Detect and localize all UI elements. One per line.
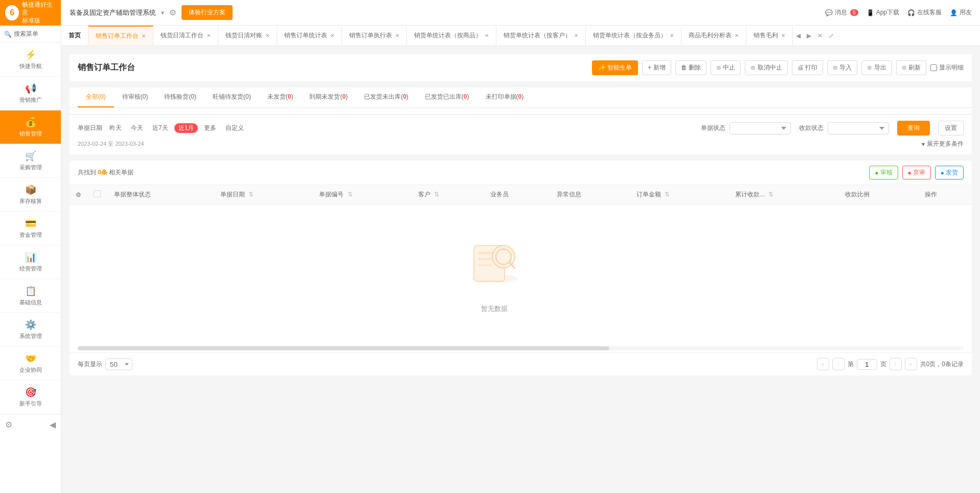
select-all-checkbox[interactable]: [94, 190, 101, 197]
tab-home[interactable]: 首页: [61, 26, 88, 45]
sub-tab-shipped-out[interactable]: 已发货已出库(0): [417, 87, 477, 107]
sub-tab-shipped-not-out[interactable]: 已发货未出库(0): [356, 87, 417, 107]
sub-tab-pending-review[interactable]: 待审核(0): [114, 87, 156, 107]
tab-close-sales-stats[interactable]: ✕: [330, 33, 334, 38]
col-payment-ratio[interactable]: 收款比例: [839, 185, 919, 205]
sub-tab-not-shipped[interactable]: 未发货(0): [259, 87, 302, 107]
sidebar-search[interactable]: 🔍 搜索菜单: [0, 26, 61, 43]
col-checkbox[interactable]: [87, 185, 108, 205]
batch-ship-button[interactable]: ● 发货: [935, 166, 964, 180]
tab-close-sales-workbench[interactable]: ✕: [142, 33, 146, 39]
tab-sales-stats-staff[interactable]: 销货单统计表（按业务员） ✕: [586, 26, 681, 45]
tab-sales-stats-product[interactable]: 销货单统计表（按商品） ✕: [407, 26, 496, 45]
tab-close-stats-product[interactable]: ✕: [485, 33, 489, 38]
sidebar-item-enterprise[interactable]: 🤝 企业协同: [0, 347, 61, 380]
tab-close-stats-staff[interactable]: ✕: [670, 33, 674, 38]
col-doc-no[interactable]: 单据编号 ⇅: [313, 185, 412, 205]
print-button[interactable]: 🖨 打印: [792, 60, 823, 75]
sub-tab-not-printed[interactable]: 未打印单据(0): [477, 87, 532, 107]
expand-conditions[interactable]: ▾ 展开更多条件: [922, 140, 964, 148]
tab-close-cash-reconcile[interactable]: ✕: [265, 33, 269, 38]
sub-tab-wangpu[interactable]: 旺铺待发货(0): [204, 87, 259, 107]
scrollbar-thumb[interactable]: [78, 346, 609, 350]
new-button[interactable]: + 新增: [642, 60, 671, 75]
sidebar-item-system[interactable]: ⚙️ 系统管理: [0, 313, 61, 347]
batch-audit-button[interactable]: ● 审核: [869, 166, 898, 180]
tab-sales-gross[interactable]: 销售毛利 ✕: [746, 26, 793, 45]
status-select[interactable]: [730, 122, 791, 135]
tab-nav-prev[interactable]: ◀: [793, 28, 804, 43]
payment-select[interactable]: [828, 122, 889, 135]
show-detail-label[interactable]: 显示明细: [930, 63, 964, 72]
sidebar-item-finance[interactable]: 💳 资金管理: [0, 212, 61, 245]
date-opt-month[interactable]: 近1月: [174, 123, 198, 133]
tab-close-gross-profit[interactable]: ✕: [735, 33, 739, 38]
tab-cash-reconcile[interactable]: 钱货日清对账 ✕: [218, 26, 277, 45]
tab-close-cash-daily[interactable]: ✕: [207, 33, 211, 38]
settings-icon[interactable]: ⚙: [5, 420, 12, 430]
app-download-item[interactable]: 📱 App下载: [867, 8, 899, 17]
col-settings[interactable]: ⚙: [70, 185, 87, 205]
sidebar-item-operations[interactable]: 📊 经营管理: [0, 245, 61, 279]
page-number-input[interactable]: [857, 359, 877, 370]
sub-tab-pending-inspect[interactable]: 待拣验货(0): [156, 87, 204, 107]
cancel-stop-button[interactable]: ⊙ 取消中止: [745, 60, 787, 75]
batch-anti-audit-button[interactable]: ● 弃审: [902, 166, 931, 180]
tab-sales-exec[interactable]: 销售订单执行表 ✕: [342, 26, 407, 45]
sidebar-item-nav[interactable]: ⚡ 快捷导航: [0, 43, 61, 77]
page-size-select[interactable]: 10 20 50 100: [105, 358, 132, 370]
message-item[interactable]: 💬 消息 6: [825, 8, 858, 17]
sub-tab-all[interactable]: 全部(0): [78, 87, 114, 107]
sidebar-item-basic[interactable]: 📋 基础信息: [0, 279, 61, 313]
sidebar-item-inventory[interactable]: 📦 库存核算: [0, 178, 61, 212]
tab-close-sales-exec[interactable]: ✕: [395, 33, 399, 38]
tab-close-sales-gross[interactable]: ✕: [781, 33, 785, 38]
date-opt-7days[interactable]: 近7天: [149, 123, 171, 133]
prev-page-btn[interactable]: ‹: [832, 358, 845, 370]
query-button[interactable]: 查询: [897, 121, 930, 136]
smart-generate-button[interactable]: ✨ 智能生单: [592, 60, 638, 75]
header-gear-icon[interactable]: ⚙: [169, 8, 176, 17]
import-button[interactable]: ⊙ 导入: [827, 60, 857, 75]
tab-gross-profit[interactable]: 商品毛利分析表 ✕: [681, 26, 746, 45]
tab-close-stats-customer[interactable]: ✕: [574, 33, 578, 38]
col-collected[interactable]: 累计收款... ⇅: [729, 185, 839, 205]
sidebar-item-purchase[interactable]: 🛒 采购管理: [0, 144, 61, 178]
stop-button[interactable]: ⊙ 中止: [711, 60, 741, 75]
refresh-button[interactable]: ⊙ 刷新: [896, 60, 926, 75]
date-opt-yesterday[interactable]: 昨天: [106, 123, 125, 133]
tab-sales-workbench[interactable]: 销售订单工作台 ✕: [88, 26, 153, 46]
tab-close-all[interactable]: ✕: [814, 28, 826, 43]
user-item[interactable]: 👤 用友: [950, 8, 972, 17]
col-exception[interactable]: 异常信息: [551, 185, 630, 205]
sub-tab-expired[interactable]: 到期未发货(0): [301, 87, 356, 107]
sidebar-item-sales[interactable]: 💰 销售管理: [0, 110, 61, 144]
tab-maximize[interactable]: ⤢: [826, 28, 837, 43]
date-opt-more[interactable]: 更多: [201, 123, 219, 133]
collapse-icon[interactable]: ◀: [50, 420, 56, 430]
date-opt-custom[interactable]: 自定义: [222, 123, 247, 133]
delete-button[interactable]: 🗑 删除: [675, 60, 706, 75]
date-opt-today[interactable]: 今天: [128, 123, 146, 133]
next-page-btn[interactable]: ›: [890, 358, 902, 370]
tab-cash-daily[interactable]: 钱货日清工作台 ✕: [153, 26, 218, 45]
system-dropdown[interactable]: ▾: [161, 9, 164, 16]
col-doc-date[interactable]: 单据日期 ⇅: [214, 185, 313, 205]
sidebar-item-guide[interactable]: 🎯 新手引导: [0, 380, 61, 414]
online-service-item[interactable]: 🎧 在线客服: [907, 8, 942, 17]
col-doc-status[interactable]: 单据整体状态: [108, 185, 214, 205]
col-amount[interactable]: 订单金额 ⇅: [630, 185, 729, 205]
col-customer[interactable]: 客户 ⇅: [412, 185, 484, 205]
sidebar-item-marketing[interactable]: 📢 营销推广: [0, 77, 61, 110]
first-page-btn[interactable]: «: [817, 358, 829, 370]
show-detail-checkbox[interactable]: [930, 64, 937, 71]
last-page-btn[interactable]: »: [905, 358, 917, 370]
tab-nav-next[interactable]: ▶: [804, 28, 814, 43]
col-salesperson[interactable]: 业务员: [484, 185, 551, 205]
setting-button[interactable]: 设置: [938, 121, 964, 136]
tab-sales-stats[interactable]: 销售订单统计表 ✕: [277, 26, 342, 45]
export-button[interactable]: ⊙ 导出: [861, 60, 892, 75]
fake-scrollbar[interactable]: [78, 346, 964, 350]
industry-button[interactable]: 体验行业方案: [181, 5, 233, 20]
tab-sales-stats-customer[interactable]: 销货单统计表（按客户） ✕: [496, 26, 586, 45]
